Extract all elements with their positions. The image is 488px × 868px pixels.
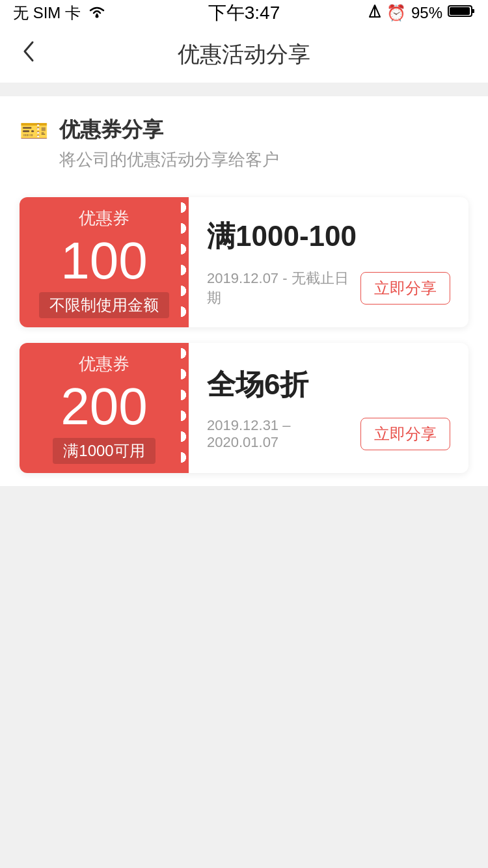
coupon-right-2: 全场6折 2019.12.31 – 2020.01.07 立即分享: [189, 343, 468, 473]
battery-icon: [448, 4, 475, 22]
coupon-left-1: 优惠券 100 不限制使用金额: [20, 197, 189, 327]
coupon-amount-2: 200: [61, 381, 147, 433]
coupon-date-2: 2019.12.31 – 2020.01.07: [207, 417, 360, 451]
svg-rect-5: [450, 7, 470, 15]
alarm-icon: ⏰: [386, 4, 406, 22]
battery-text: 95%: [411, 4, 442, 22]
carrier-text: 无 SIM 卡: [13, 3, 81, 23]
coupon-title-2: 全场6折: [207, 366, 450, 404]
svg-rect-4: [472, 9, 474, 13]
coupon-title-1: 满1000-100: [207, 217, 450, 256]
coupon-icon: 🎫: [20, 117, 49, 144]
coupon-left-2: 优惠券 200 满1000可用: [20, 343, 189, 473]
section-title: 优惠券分享: [59, 116, 279, 144]
back-button[interactable]: [20, 37, 38, 72]
location-icon: [368, 4, 381, 22]
page-title: 优惠活动分享: [178, 40, 310, 70]
coupon-label-1: 优惠券: [79, 207, 129, 230]
coupon-date-1: 2019.12.07 - 无截止日期: [207, 269, 360, 308]
coupon-amount-1: 100: [61, 235, 147, 287]
status-left: 无 SIM 卡: [13, 3, 107, 23]
coupon-list: 优惠券 100 不限制使用金额 满1000-100 2019.12.07 - 无…: [0, 184, 488, 486]
section-info: 优惠券分享 将公司的优惠活动分享给客户: [59, 116, 279, 171]
wifi-icon: [87, 4, 107, 22]
share-button-1[interactable]: 立即分享: [360, 272, 450, 305]
status-time: 下午3:47: [208, 1, 280, 25]
coupon-label-2: 优惠券: [79, 353, 129, 375]
coupon-bottom-1: 2019.12.07 - 无截止日期 立即分享: [207, 269, 450, 308]
bottom-empty-area: [0, 486, 488, 868]
separator-top: [0, 83, 488, 96]
coupon-card: 优惠券 100 不限制使用金额 满1000-100 2019.12.07 - 无…: [20, 197, 468, 327]
status-bar: 无 SIM 卡 下午3:47 ⏰ 95%: [0, 0, 488, 26]
section-header: 🎫 优惠券分享 将公司的优惠活动分享给客户: [0, 96, 488, 184]
coupon-condition-1: 不限制使用金额: [39, 292, 169, 318]
coupon-bottom-2: 2019.12.31 – 2020.01.07 立即分享: [207, 417, 450, 451]
section-subtitle: 将公司的优惠活动分享给客户: [59, 148, 279, 171]
share-button-2[interactable]: 立即分享: [360, 418, 450, 450]
coupon-card-2: 优惠券 200 满1000可用 全场6折 2019.12.31 – 2020.0…: [20, 343, 468, 473]
nav-bar: 优惠活动分享: [0, 26, 488, 83]
svg-point-0: [96, 15, 99, 18]
coupon-right-1: 满1000-100 2019.12.07 - 无截止日期 立即分享: [189, 197, 468, 327]
coupon-condition-2: 满1000可用: [53, 438, 155, 464]
status-right: ⏰ 95%: [368, 4, 475, 22]
